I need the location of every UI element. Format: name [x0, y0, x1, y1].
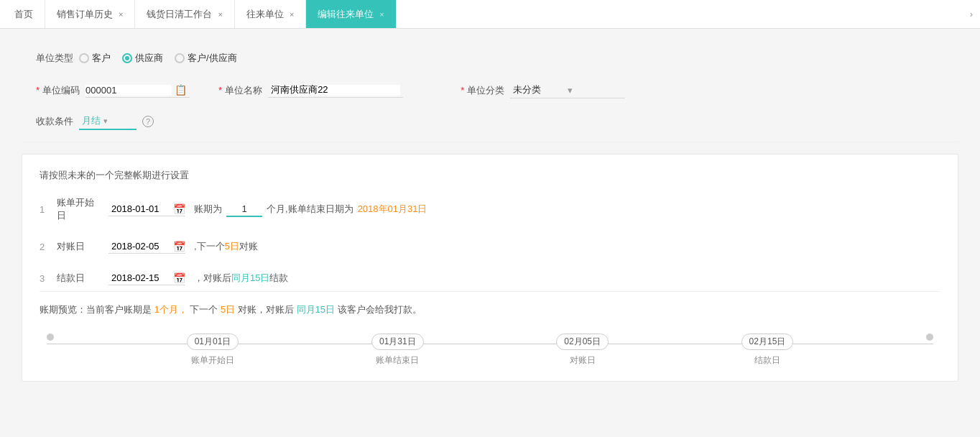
tl-badge-1: 01月01日	[187, 334, 239, 350]
radio-supplier-circle	[122, 53, 132, 63]
tl-badge-3: 02月05日	[556, 334, 609, 350]
radio-both[interactable]: 客户/供应商	[175, 52, 237, 65]
tab-home[interactable]: 首页	[0, 0, 45, 28]
unit-type-group: 单位类型 客户 供应商 客户/供应商	[36, 52, 237, 65]
tab-arrow[interactable]: ›	[963, 9, 980, 19]
tl-label-2: 账单结束日	[376, 354, 419, 367]
period-card-title: 请按照未来的一个完整帐期进行设置	[40, 169, 940, 182]
period-num-3: 3	[40, 273, 57, 284]
tl-label-1: 账单开始日	[191, 354, 234, 367]
period-months-input[interactable]	[226, 202, 262, 217]
period-row-1: 1 账单开始日 📅 账期为 个月,账单结束日期为 2018年01月31日	[40, 196, 940, 222]
tl-start-dot	[47, 334, 54, 341]
period-row-3: 3 结款日 📅 ，对账后 同月15日 结款	[40, 271, 940, 285]
date-input-1[interactable]	[108, 202, 173, 216]
period-reconcile-day: 5日	[225, 240, 239, 253]
code-name-category-row: * 单位编码 📋 * 单位名称 * 单位分类 未分类 ▾	[22, 73, 958, 107]
unit-name-input[interactable]	[271, 85, 400, 96]
tab-partner[interactable]: 往来单位 ×	[235, 0, 306, 28]
period-desc-1b: 个月,账单结束日期为	[267, 203, 353, 216]
preview-text: 账期预览：当前客户账期是 1个月， 下一个 5日 对账，对账后 同月15日 该客…	[40, 303, 940, 316]
unit-code-required: *	[36, 85, 40, 96]
date-wrap-1: 📅	[108, 202, 185, 216]
calendar-icon-3[interactable]: 📅	[173, 272, 185, 284]
copy-icon[interactable]: 📋	[172, 84, 190, 96]
unit-name-group: * 单位名称	[218, 83, 403, 98]
timeline-points: 01月01日 账单开始日 01月31日 账单结束日 02	[47, 334, 933, 367]
unit-category-dropdown[interactable]: 未分类 ▾	[510, 82, 625, 98]
tab-bar: 首页 销售订单历史 × 钱货日清工作台 × 往来单位 × 编辑往来单位 × ›	[0, 0, 980, 29]
preview-period: 1个月，	[154, 304, 188, 315]
calendar-icon-2[interactable]: 📅	[173, 241, 185, 252]
preview-section: 账期预览：当前客户账期是 1个月， 下一个 5日 对账，对账后 同月15日 该客…	[40, 291, 940, 367]
tl-start	[47, 334, 54, 344]
period-desc-3b: 结款	[269, 272, 288, 285]
period-label-3: 结款日	[57, 272, 100, 285]
preview-reconcile: 5日	[221, 304, 235, 315]
period-num-2: 2	[40, 242, 57, 252]
date-input-2[interactable]	[108, 239, 173, 253]
close-tab-partner[interactable]: ×	[290, 10, 294, 19]
tl-point-1: 01月01日 账单开始日	[187, 334, 239, 367]
radio-both-circle	[175, 53, 185, 63]
period-end-date-highlight: 2018年01月31日	[358, 203, 427, 216]
radio-customer-circle	[79, 53, 89, 63]
unit-code-input[interactable]	[85, 85, 172, 96]
unit-type-row: 单位类型 客户 供应商 客户/供应商	[22, 43, 958, 73]
main-content: 单位类型 客户 供应商 客户/供应商 * 单位编码	[0, 29, 980, 437]
unit-name-required: *	[218, 85, 222, 96]
date-input-3[interactable]	[108, 271, 173, 285]
period-card: 请按照未来的一个完整帐期进行设置 1 账单开始日 📅 账期为 个月,账单结束日期…	[22, 154, 958, 382]
tab-edit-partner[interactable]: 编辑往来单位 ×	[306, 0, 396, 28]
preview-payment: 同月15日	[297, 304, 335, 315]
unit-code-label: 单位编码	[42, 84, 80, 97]
tl-label-3: 对账日	[570, 354, 596, 367]
tl-label-4: 结款日	[754, 354, 780, 367]
close-tab-edit-partner[interactable]: ×	[379, 10, 384, 19]
tab-sales-history[interactable]: 销售订单历史 ×	[45, 0, 135, 28]
period-payment-day: 同月15日	[231, 272, 269, 285]
payment-condition-row: 收款条件 月结 ▾ ?	[22, 107, 958, 142]
tl-badge-2: 01月31日	[371, 334, 424, 350]
category-dropdown-arrow: ▾	[568, 85, 622, 96]
help-icon[interactable]: ?	[142, 116, 154, 127]
tl-point-2: 01月31日 账单结束日	[371, 334, 424, 367]
radio-customer[interactable]: 客户	[79, 52, 111, 65]
calendar-icon-1[interactable]: 📅	[173, 203, 185, 215]
period-num-1: 1	[40, 204, 57, 215]
unit-category-label: 单位分类	[467, 84, 504, 97]
period-label-2: 对账日	[57, 240, 100, 253]
period-label-1: 账单开始日	[57, 196, 100, 222]
tl-badge-4: 02月15日	[741, 334, 794, 350]
tl-point-4: 02月15日 结款日	[741, 334, 794, 367]
payment-select[interactable]: 月结 ▾	[79, 113, 137, 130]
unit-cat-required: *	[461, 85, 464, 96]
radio-supplier[interactable]: 供应商	[122, 52, 163, 65]
payment-dropdown-arrow: ▾	[103, 116, 108, 126]
tab-cash-work[interactable]: 钱货日清工作台 ×	[135, 0, 234, 28]
close-tab-cash[interactable]: ×	[218, 10, 222, 19]
period-row-2: 2 对账日 📅 ,下一个 5日 对账	[40, 239, 940, 254]
unit-category-group: * 单位分类 未分类 ▾	[461, 82, 625, 98]
unit-type-label: 单位类型	[36, 52, 73, 65]
radio-group: 客户 供应商 客户/供应商	[79, 52, 237, 65]
unit-code-input-wrap: 📋	[85, 83, 190, 98]
date-wrap-2: 📅	[108, 239, 185, 254]
period-desc-2b: 对账	[239, 240, 258, 253]
payment-label: 收款条件	[36, 115, 73, 128]
period-desc-3a: ，对账后	[194, 272, 231, 285]
unit-name-label: 单位名称	[225, 84, 262, 97]
close-tab-sales[interactable]: ×	[119, 10, 123, 19]
tl-end-dot	[926, 334, 933, 341]
unit-code-group: * 单位编码 📋	[36, 83, 190, 98]
tl-end	[926, 334, 933, 344]
timeline: 01月01日 账单开始日 01月31日 账单结束日 02	[40, 334, 940, 367]
period-desc-2a: ,下一个	[194, 240, 225, 253]
date-wrap-3: 📅	[108, 271, 185, 285]
period-desc-1a: 账期为	[194, 203, 222, 216]
tl-point-3: 02月05日 对账日	[556, 334, 609, 367]
